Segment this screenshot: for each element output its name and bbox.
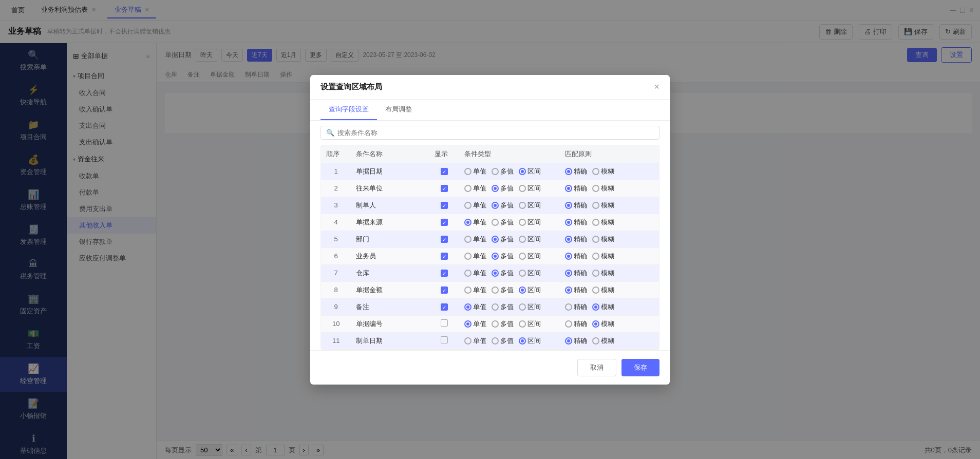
- radio-cond-区间[interactable]: 区间: [519, 252, 541, 261]
- radio-match-精确[interactable]: 精确: [565, 319, 587, 329]
- cell-show[interactable]: [429, 332, 459, 349]
- radio-cond-多值[interactable]: 多值: [492, 235, 514, 244]
- radio-match-模糊[interactable]: 模糊: [592, 269, 614, 278]
- radio-cond-单值[interactable]: 单值: [464, 319, 486, 329]
- cell-name: 制单日期: [351, 332, 429, 349]
- cell-show[interactable]: ✓: [429, 264, 459, 281]
- radio-cond-多值[interactable]: 多值: [492, 218, 514, 227]
- cell-show[interactable]: ✓: [429, 180, 459, 197]
- show-checkbox[interactable]: [441, 319, 448, 327]
- radio-cond-区间[interactable]: 区间: [519, 336, 541, 346]
- radio-match-模糊[interactable]: 模糊: [592, 235, 614, 244]
- radio-match-精确[interactable]: 精确: [565, 302, 587, 312]
- radio-match-精确[interactable]: 精确: [565, 252, 587, 261]
- modal-close-button[interactable]: ×: [654, 82, 659, 91]
- radio-match-模糊[interactable]: 模糊: [592, 285, 614, 295]
- radio-cond-多值[interactable]: 多值: [492, 201, 514, 210]
- radio-cond-区间[interactable]: 区间: [519, 201, 541, 210]
- radio-cond-单值[interactable]: 单值: [464, 184, 486, 193]
- radio-cond-多值[interactable]: 多值: [492, 285, 514, 295]
- radio-match-精确[interactable]: 精确: [565, 218, 587, 227]
- show-checkbox[interactable]: ✓: [441, 253, 448, 260]
- show-checkbox[interactable]: ✓: [441, 236, 448, 243]
- tab-layout[interactable]: 布局调整: [377, 100, 420, 120]
- th-order: 顺序: [321, 145, 351, 163]
- radio-match-精确[interactable]: 精确: [565, 269, 587, 278]
- radio-cond-单值[interactable]: 单值: [464, 336, 486, 346]
- radio-cond-单值[interactable]: 单值: [464, 252, 486, 261]
- radio-cond-多值[interactable]: 多值: [492, 184, 514, 193]
- cell-order: 9: [321, 298, 351, 315]
- radio-match-模糊[interactable]: 模糊: [592, 218, 614, 227]
- radio-match-模糊[interactable]: 模糊: [592, 252, 614, 261]
- radio-match-精确[interactable]: 精确: [565, 235, 587, 244]
- show-checkbox[interactable]: ✓: [441, 286, 448, 294]
- cell-match: 精确模糊: [560, 197, 659, 214]
- radio-match-精确[interactable]: 精确: [565, 167, 587, 176]
- radio-match-精确[interactable]: 精确: [565, 285, 587, 295]
- table-row: 7仓库✓单值多值区间精确模糊: [321, 264, 659, 281]
- radio-cond-多值[interactable]: 多值: [492, 302, 514, 312]
- show-checkbox[interactable]: ✓: [441, 219, 448, 226]
- radio-cond-区间[interactable]: 区间: [519, 167, 541, 176]
- cell-show[interactable]: [429, 315, 459, 332]
- radio-cond-区间[interactable]: 区间: [519, 302, 541, 312]
- show-checkbox[interactable]: ✓: [441, 185, 448, 192]
- radio-cond-单值[interactable]: 单值: [464, 201, 486, 210]
- radio-cond-单值[interactable]: 单值: [464, 302, 486, 312]
- radio-cond-区间[interactable]: 区间: [519, 285, 541, 295]
- condition-search-input[interactable]: [337, 129, 654, 137]
- modal-search: 🔍: [310, 121, 670, 145]
- radio-match-模糊[interactable]: 模糊: [592, 302, 614, 312]
- cell-match: 精确模糊: [560, 315, 659, 332]
- radio-match-模糊[interactable]: 模糊: [592, 167, 614, 176]
- cell-show[interactable]: ✓: [429, 163, 459, 180]
- show-checkbox[interactable]: [441, 336, 448, 343]
- radio-match-精确[interactable]: 精确: [565, 201, 587, 210]
- radio-cond-区间[interactable]: 区间: [519, 218, 541, 227]
- radio-cond-单值[interactable]: 单值: [464, 218, 486, 227]
- radio-match-模糊[interactable]: 模糊: [592, 336, 614, 346]
- save-confirm-button[interactable]: 保存: [621, 359, 659, 376]
- cell-match: 精确模糊: [560, 180, 659, 197]
- show-checkbox[interactable]: ✓: [441, 168, 448, 175]
- cell-show[interactable]: ✓: [429, 214, 459, 231]
- cell-show[interactable]: ✓: [429, 298, 459, 315]
- radio-cond-单值[interactable]: 单值: [464, 235, 486, 244]
- radio-cond-多值[interactable]: 多值: [492, 167, 514, 176]
- radio-cond-多值[interactable]: 多值: [492, 252, 514, 261]
- radio-match-精确[interactable]: 精确: [565, 184, 587, 193]
- radio-cond-区间[interactable]: 区间: [519, 319, 541, 329]
- cell-match: 精确模糊: [560, 163, 659, 180]
- radio-cond-多值[interactable]: 多值: [492, 336, 514, 346]
- cell-cond-type: 单值多值区间: [459, 281, 560, 298]
- radio-cond-区间[interactable]: 区间: [519, 235, 541, 244]
- radio-cond-单值[interactable]: 单值: [464, 285, 486, 295]
- table-row: 10单据编号单值多值区间精确模糊: [321, 315, 659, 332]
- radio-match-精确[interactable]: 精确: [565, 336, 587, 346]
- cell-name: 往来单位: [351, 180, 429, 197]
- tab-query-fields[interactable]: 查询字段设置: [321, 100, 377, 120]
- radio-cond-单值[interactable]: 单值: [464, 269, 486, 278]
- show-checkbox[interactable]: ✓: [441, 303, 448, 311]
- cell-order: 6: [321, 247, 351, 264]
- cell-cond-type: 单值多值区间: [459, 163, 560, 180]
- radio-cond-区间[interactable]: 区间: [519, 184, 541, 193]
- modal-header: 设置查询区域布局 ×: [310, 75, 670, 100]
- radio-cond-多值[interactable]: 多值: [492, 319, 514, 329]
- radio-match-模糊[interactable]: 模糊: [592, 319, 614, 329]
- cell-show[interactable]: ✓: [429, 281, 459, 298]
- cell-show[interactable]: ✓: [429, 197, 459, 214]
- radio-cond-区间[interactable]: 区间: [519, 269, 541, 278]
- th-match: 匹配原则: [560, 145, 659, 163]
- cell-cond-type: 单值多值区间: [459, 332, 560, 349]
- cell-show[interactable]: ✓: [429, 247, 459, 264]
- radio-match-模糊[interactable]: 模糊: [592, 184, 614, 193]
- radio-cond-多值[interactable]: 多值: [492, 269, 514, 278]
- cancel-button[interactable]: 取消: [577, 359, 616, 376]
- show-checkbox[interactable]: ✓: [441, 270, 448, 277]
- radio-match-模糊[interactable]: 模糊: [592, 201, 614, 210]
- radio-cond-单值[interactable]: 单值: [464, 167, 486, 176]
- cell-show[interactable]: ✓: [429, 231, 459, 247]
- show-checkbox[interactable]: ✓: [441, 202, 448, 209]
